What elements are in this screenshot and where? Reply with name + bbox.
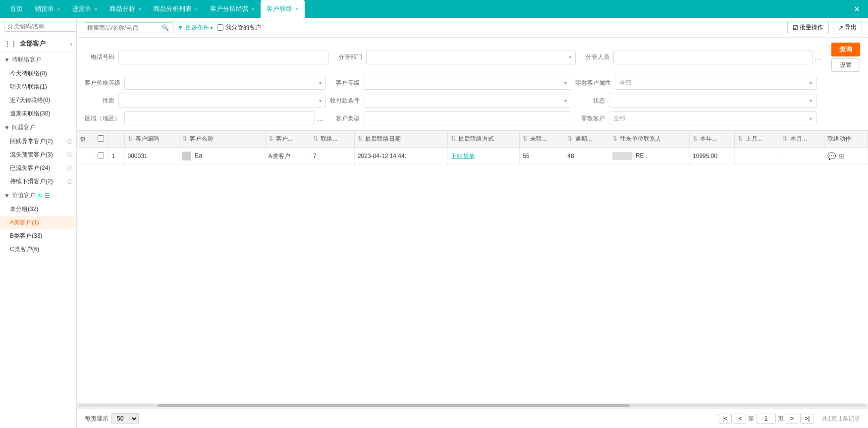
my-customer-checkbox[interactable]	[217, 24, 223, 31]
filter-retail-select[interactable]: 全部 ▾	[609, 111, 816, 125]
data-table-wrap: ⚙ ⇅ 客户编码 ⇅ 客户名称	[77, 131, 868, 403]
filter-payment-select[interactable]: ▾	[364, 94, 571, 107]
toolbar: 🔍 ▼ 更多条件 ▾ 我分管的客户 ☑ 批量操作 ↗ 导出	[77, 18, 868, 38]
sort-icon[interactable]: ⇅	[313, 135, 318, 142]
sort-icon[interactable]: ⇅	[567, 135, 572, 142]
sort-icon[interactable]: ⇅	[269, 135, 273, 142]
nav-product-list[interactable]: 商品分析列表 ×	[147, 0, 204, 18]
sidebar-item-repurchase[interactable]: 回购异常客户(2) ⓘ	[0, 135, 76, 148]
sort-icon[interactable]: ⇅	[182, 135, 187, 142]
sidebar-group-problem-title[interactable]: ▼ 问题客户	[0, 120, 76, 135]
filter-price-level-select[interactable]: ▾	[124, 76, 326, 90]
sort-icon[interactable]: ⇅	[612, 135, 617, 142]
batch-icon: ☑	[793, 24, 798, 31]
sidebar-item-churn-warn[interactable]: 流失预警客户(3) ⓘ	[0, 148, 76, 161]
table-gear-icon[interactable]: ⚙	[80, 135, 86, 143]
toolbar-my-customer[interactable]: 我分管的客户	[217, 23, 261, 32]
nav-close-product-list[interactable]: ×	[195, 6, 198, 12]
sidebar-item-tomorrow[interactable]: 明天待联络(1)	[0, 80, 76, 94]
sidebar-item-class-a[interactable]: A类客户(1)	[0, 216, 76, 229]
sort-icon[interactable]: ⇅	[523, 135, 528, 142]
page-number-input[interactable]	[756, 414, 776, 424]
chevron-down-icon: ▾	[319, 98, 322, 104]
batch-operation-button[interactable]: ☑ 批量操作	[787, 21, 829, 34]
sidebar-item-unclassified[interactable]: 未分组(32)	[0, 203, 76, 216]
sidebar-item-overdue[interactable]: 逾期未联络(30)	[0, 107, 76, 120]
nav-close-customer-segment[interactable]: ×	[252, 6, 255, 12]
filter-phone-input[interactable]	[118, 51, 328, 64]
page-last-button[interactable]: >|	[800, 414, 814, 424]
nav-product-analysis[interactable]: 商品分析 ×	[104, 0, 147, 18]
sidebar-item-churned[interactable]: 已流失客户(24) ⓘ	[0, 161, 76, 175]
filter-status-select[interactable]: ▾	[609, 94, 816, 107]
query-button[interactable]: 查询	[831, 43, 860, 56]
sort-icon[interactable]: ⇅	[128, 135, 133, 142]
toolbar-more-conditions[interactable]: ▼ 更多条件 ▾	[177, 23, 213, 32]
filter-row-4: 区域（地区） … 客户类型 零散客户 全部 ▾	[85, 111, 860, 125]
row-index: 1	[108, 148, 124, 165]
page-first-button[interactable]: |<	[718, 414, 732, 424]
value-group-settings-icon[interactable]: ☰	[45, 192, 50, 199]
filter-customer-level-select[interactable]: ▾	[364, 76, 571, 90]
page-size-select[interactable]: 50 100 200	[111, 413, 139, 424]
filter-manager-select[interactable]	[613, 51, 813, 64]
scrollbar-thumb[interactable]	[158, 404, 630, 407]
sort-icon[interactable]: ⇅	[738, 135, 743, 142]
sidebar-group-pending-title[interactable]: ▼ 待联络客户	[0, 53, 76, 67]
filter-customer-type-input[interactable]	[364, 111, 571, 125]
filter-dept-select[interactable]: ▾	[366, 51, 576, 64]
nav-close-product-analysis[interactable]: ×	[138, 6, 141, 12]
sidebar-group-value-title[interactable]: ▼ 价值客户 ↻ ☰	[0, 188, 76, 203]
filter-region-ellipsis-icon[interactable]: …	[315, 114, 326, 122]
filter-region: 区域（地区） …	[85, 111, 326, 125]
row-select-checkbox[interactable]	[98, 152, 104, 159]
pagination-left: 每页显示 50 100 200	[85, 413, 139, 424]
nav-close-purchase[interactable]: ×	[94, 6, 97, 12]
row-last-method: 下销货单	[447, 148, 519, 165]
nav-customer-segment[interactable]: 客户分层经营 ×	[204, 0, 261, 18]
sidebar-item-today[interactable]: 今天待联络(0)	[0, 67, 76, 80]
filter-ellipsis-icon[interactable]: …	[813, 54, 823, 61]
sort-icon[interactable]: ⇅	[693, 135, 698, 142]
sidebar-all-customers[interactable]: ⋮⋮ 全部客户 ‹	[0, 35, 76, 53]
filter-customer-level: 客户等级 ▾	[330, 76, 571, 90]
nav-close-customer-contact[interactable]: ×	[295, 6, 298, 12]
toolbar-search-input[interactable]	[87, 24, 162, 31]
select-all-checkbox[interactable]	[98, 135, 104, 142]
horizontal-scrollbar[interactable]	[77, 403, 868, 409]
nav-purchase[interactable]: 进货单 ×	[66, 0, 103, 18]
col-last-month: ⇅ 上月...	[735, 131, 779, 148]
last-contact-method-link[interactable]: 下销货单	[451, 153, 475, 160]
nav-customer-contact[interactable]: 客户联络 ×	[261, 0, 304, 18]
nav-sales[interactable]: 销货单 ×	[29, 0, 66, 18]
sidebar-item-7days[interactable]: 近7天待联络(0)	[0, 94, 76, 107]
nav-home[interactable]: 首页	[4, 0, 29, 18]
nav-close-all-button[interactable]: ✕	[850, 4, 864, 14]
page-next-button[interactable]: >	[786, 414, 798, 424]
toolbar-search-icon[interactable]: 🔍	[162, 24, 169, 31]
filter-nature-select[interactable]: ▾	[118, 94, 326, 107]
filter-status: 状态 ▾	[575, 94, 816, 107]
sort-icon[interactable]: ⇅	[451, 135, 456, 142]
page-prev-button[interactable]: <	[734, 414, 746, 424]
sidebar-group-value: ▼ 价值客户 ↻ ☰ 未分组(32) A类客户(1) B类客户(33) C类客户…	[0, 188, 76, 256]
sort-icon[interactable]: ⇅	[358, 135, 363, 142]
chevron-down-icon: ▾	[810, 98, 812, 104]
chat-icon[interactable]: 💬	[827, 152, 836, 160]
sort-icon[interactable]: ⇅	[782, 135, 787, 142]
row-customer-type: A类客户	[265, 148, 310, 165]
row-this-year: 10995.00	[690, 148, 735, 165]
grid-action-icon[interactable]: ⊞	[839, 152, 845, 160]
value-group-refresh-icon[interactable]: ↻	[38, 192, 43, 199]
settings-button[interactable]: 设置	[831, 58, 860, 72]
filter-retail-attr-select[interactable]: 全部 ▾	[615, 76, 816, 90]
sidebar-collapse-icon[interactable]: ‹	[70, 40, 72, 48]
sidebar-search-input[interactable]	[4, 21, 77, 32]
sidebar-item-declining[interactable]: 持续下滑客户(2) ⓘ	[0, 175, 76, 188]
export-button[interactable]: ↗ 导出	[833, 21, 862, 34]
sidebar-item-class-c[interactable]: C类客户(6)	[0, 243, 76, 256]
sidebar-group-problem: ▼ 问题客户 回购异常客户(2) ⓘ 流失预警客户(3) ⓘ 已流失客户(24)…	[0, 120, 76, 188]
filter-region-select[interactable]	[124, 111, 315, 125]
nav-close-sales[interactable]: ×	[57, 6, 60, 12]
sidebar-item-class-b[interactable]: B类客户(33)	[0, 229, 76, 243]
